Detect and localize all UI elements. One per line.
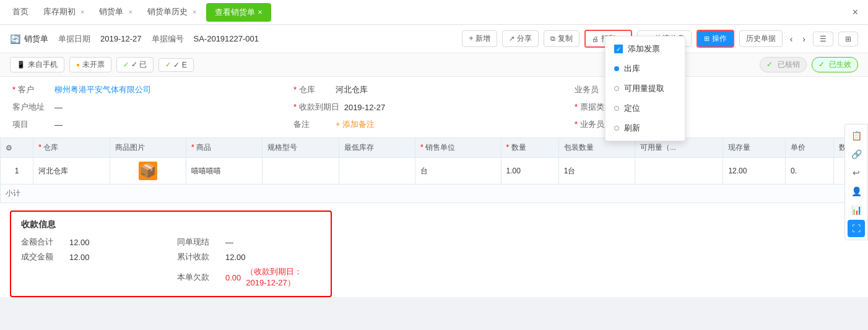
due-label: 本单欠款 [177,272,220,283]
col-image: 商品图片 [110,138,186,158]
amount-total-value: 12.00 [69,238,90,247]
col-gear[interactable]: ⚙ [1,138,33,158]
row-min-stock [339,158,415,185]
dropdown-outbound[interactable]: 出库 [605,59,685,79]
address-label: 客户地址 [12,102,50,113]
close-tab-sales-history[interactable]: × [193,8,196,15]
sidebar-user-icon[interactable]: 👤 [848,183,865,200]
no-value: SA-20191227-001 [194,34,259,43]
tab-bar: 首页 库存期初 × 销货单 × 销货单历史 × 查看销货单 × × [0,0,868,25]
row-qty: 1.00 [501,158,558,185]
confirm-btn1[interactable]: ✓ 已 [116,57,154,72]
sold-out-tag[interactable]: ✓ 已核销 [760,57,806,72]
outbound-dot-icon [614,66,619,71]
col-warehouse: * 仓库 [33,138,110,158]
no-label: 单据编号 [152,33,184,45]
deal-amount-label: 成交金额 [21,251,64,263]
from-phone-btn[interactable]: 📱 来自手机 [10,57,64,72]
dropdown-locate-label: 定位 [624,103,640,114]
same-order-row: 同单现结 — [177,237,321,248]
add-note-btn[interactable]: + 添加备注 [336,119,375,130]
tab-sales-history[interactable]: 销货单历史 × [140,0,204,25]
dropdown-available[interactable]: 可用量提取 [605,79,685,98]
dropdown-outbound-label: 出库 [624,63,640,74]
due-value: 0.00 [225,273,241,282]
deal-amount-value: 12.00 [69,253,90,262]
tab-sales-order[interactable]: 销货单 × [92,0,139,25]
prev-arrow[interactable]: ‹ [788,33,796,45]
row-available [635,158,723,185]
note-row: 备注 + 添加备注 [293,119,575,130]
tab-inventory-init[interactable]: 库存期初 × [36,0,92,25]
close-tab-sales[interactable]: × [128,8,132,15]
tab-home[interactable]: 首页 [5,0,36,25]
not-open-btn[interactable]: 未开票 [69,57,111,72]
doc-header: 🔄 销货单 单据日期 2019-12-27 单据编号 SA-20191227-0… [0,25,868,53]
amount-total-row: 金额合计 12.00 [21,237,165,248]
due-date-value: 2019-12-27 [344,103,386,112]
col-qty: * 数量 [501,138,558,158]
payment-title: 收款信息 [21,219,321,230]
sidebar-return-icon[interactable]: ↩ [848,164,865,181]
customer-value[interactable]: 柳州粤港平安气体有限公司 [54,84,151,95]
amount-total-label: 金额合计 [21,237,64,248]
row-spec [263,158,339,185]
refresh-dot-icon [614,126,619,131]
effective-tag[interactable]: ✓ 已生效 [812,57,858,72]
next-arrow[interactable]: › [800,33,808,45]
col-spec: 规格型号 [263,138,339,158]
dropdown-add-invoice[interactable]: ✓ 添加发票 [605,39,685,59]
doc-icon: 🔄 [10,34,20,44]
address-row: 客户地址 — [12,102,293,113]
doc-meta: 单据日期 2019-12-27 单据编号 SA-20191227-001 [58,33,259,45]
dropdown-locate[interactable]: 定位 [605,98,685,118]
deal-amount-row: 成交金额 12.00 [21,251,165,263]
right-sidebar: 📋 🔗 ↩ 👤 📊 ⛶ [844,124,868,240]
confirm-btn2[interactable]: ✓ E [158,58,193,72]
dropdown-add-invoice-label: 添加发票 [628,43,660,54]
history-button[interactable]: 历史单据 [739,30,783,47]
address-value: — [54,103,63,112]
doc-title: 🔄 销货单 [10,33,48,45]
new-button[interactable]: + 新增 [462,30,497,47]
subtotal-label: 小计 [1,185,868,203]
data-table: ⚙ * 仓库 商品图片 * 商品 规格型号 最低库存 * 销售单位 * 数量 包… [0,137,868,203]
due-date-row: 收款到期日 2019-12-27 [293,102,575,113]
due-row: 本单欠款 0.00 （收款到期日：2019-12-27） [177,266,321,289]
row-no: 1 [1,158,33,185]
view-toggle-list[interactable]: ☰ [813,32,833,46]
dropdown-available-label: 可用量提取 [624,83,664,94]
project-label: 项目 [12,119,50,130]
tab-view-sales[interactable]: 查看销货单 × [206,3,271,22]
sidebar-clipboard-icon[interactable]: 📋 [848,127,865,144]
sidebar-expand-icon[interactable]: ⛶ [848,220,865,237]
warehouse-label: 仓库 [293,84,331,95]
same-order-value: — [225,238,233,247]
close-window-button[interactable]: × [848,7,863,18]
cumulative-label: 累计收款 [177,251,220,263]
row-price: 0. [786,158,834,185]
cumulative-row: 累计收款 12.00 [177,251,321,263]
sidebar-chart-icon[interactable]: 📊 [848,201,865,219]
customer-label: 客户 [12,84,50,95]
col-unit: * 销售单位 [415,138,501,158]
project-value: — [54,120,63,129]
date-value: 2019-12-27 [100,34,142,43]
close-tab-view-sales[interactable]: × [258,7,263,17]
warehouse-value: 河北仓库 [336,84,368,95]
row-image: 📦 [110,158,186,185]
row-current-stock: 12.00 [723,158,786,185]
share-button[interactable]: ↗ 分享 [502,30,539,47]
col-price: 单价 [786,138,834,158]
dropdown-refresh[interactable]: 刷新 [605,118,685,138]
row-unit: 台 [415,158,501,185]
project-row: 项目 — [12,119,293,130]
sidebar-link-icon[interactable]: 🔗 [848,145,865,163]
due-date-label: 收款到期日 [293,102,339,113]
close-tab-inventory[interactable]: × [80,8,84,15]
operation-button[interactable]: ⊞ 操作 [697,30,734,48]
invoice-checkbox-icon: ✓ [614,45,623,53]
copy-button[interactable]: ⧉ 复制 [544,30,579,47]
view-toggle-grid[interactable]: ⊞ [838,32,858,46]
col-current-stock: 现存量 [723,138,786,158]
